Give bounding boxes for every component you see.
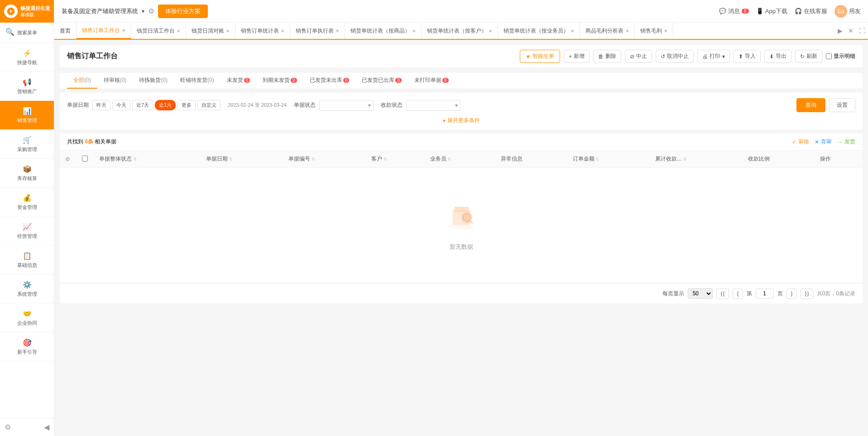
- tab-close-summary-staff[interactable]: ✕: [571, 28, 574, 33]
- column-customer[interactable]: 客户: [366, 151, 425, 168]
- download-icon: 📱: [756, 8, 763, 14]
- show-detail-checkbox-label[interactable]: 显示明细: [826, 52, 855, 60]
- tab-sales-more[interactable]: 销售毛利 ✕: [635, 23, 673, 39]
- first-page-button[interactable]: ⟨⟨: [716, 289, 729, 299]
- sidebar-item-enterprise[interactable]: 🤝 企业协同: [0, 303, 54, 332]
- sidebar-item-marketing[interactable]: 📢 营销推广: [0, 72, 54, 101]
- tab-close-cash-reconcile[interactable]: ✕: [226, 28, 230, 33]
- column-collected[interactable]: 累计收款...: [650, 151, 743, 168]
- tab-close-summary-product[interactable]: ✕: [412, 28, 416, 33]
- sidebar-item-guide[interactable]: 🎯 新手引导: [0, 332, 54, 361]
- tab-close-gross-margin[interactable]: ✕: [625, 28, 629, 33]
- select-all-checkbox[interactable]: [82, 156, 88, 161]
- refresh-button[interactable]: ↻ 刷新: [795, 50, 822, 63]
- tab-sales-summary-customer[interactable]: 销货单统计表（按客户） ✕: [422, 23, 498, 39]
- settings-button-filter[interactable]: 设置: [829, 98, 855, 112]
- status-select[interactable]: [319, 100, 374, 111]
- filter-tab-not-shipped[interactable]: 未发货0: [221, 73, 257, 89]
- stop-button[interactable]: ⊘ 中止: [625, 50, 652, 63]
- sidebar-item-quick-nav[interactable]: ⚡ 快捷导航: [0, 43, 54, 72]
- column-gear[interactable]: ⚙: [60, 151, 76, 168]
- query-button[interactable]: 查询: [796, 98, 825, 112]
- sidebar-item-purchase[interactable]: 🛒 采购管理: [0, 130, 54, 159]
- tab-close-sales-more[interactable]: ✕: [664, 28, 667, 33]
- time-btn-custom[interactable]: 自定义: [197, 100, 221, 110]
- print-button[interactable]: 🖨 打印 ▾: [697, 50, 730, 63]
- sidebar-item-base-info[interactable]: 📋 基础信息: [0, 246, 54, 275]
- sidebar-item-label: 销售管理: [17, 117, 37, 124]
- table-scroll[interactable]: ⚙ 单据整体状态 单据日期 单据编号 客户 业务员 异常信息 订单金额 累计收款…: [60, 151, 863, 283]
- delete-button[interactable]: 🗑 删除: [593, 50, 621, 63]
- tab-home[interactable]: 首页: [54, 23, 77, 39]
- tab-close-cash-daily[interactable]: ✕: [177, 28, 180, 33]
- expand-conditions-button[interactable]: ▾ 展开更多条件: [443, 117, 480, 124]
- import-button[interactable]: ⬆ 导入: [734, 50, 761, 63]
- empty-text: 暂无数据: [450, 243, 473, 251]
- tab-close-sales-stats[interactable]: ✕: [281, 28, 284, 33]
- column-number[interactable]: 单据编号: [283, 151, 366, 168]
- settings-button[interactable]: ⚙: [5, 423, 11, 431]
- batch-approve-button[interactable]: ✓ 审核: [792, 138, 809, 146]
- sidebar-item-search[interactable]: 🔍 搜索菜单: [0, 23, 54, 43]
- user-menu[interactable]: Ea 用友: [834, 5, 861, 18]
- solution-button[interactable]: 体验行业方案: [158, 5, 208, 18]
- filter-tab-shipped-warehoused[interactable]: 已发货已出库0: [355, 73, 408, 89]
- filter-tab-pending-review[interactable]: 待审核(0): [97, 73, 133, 89]
- filter-tab-all[interactable]: 全部(0): [67, 73, 97, 89]
- column-date[interactable]: 单据日期: [201, 151, 283, 168]
- filter-tab-not-printed[interactable]: 未打印单据0: [408, 73, 455, 89]
- collapse-button[interactable]: ◀: [44, 423, 49, 431]
- tab-sales-workbench[interactable]: 销售订单工作台 ✕: [77, 23, 131, 39]
- export-button[interactable]: ⬇ 导出: [764, 50, 791, 63]
- filter-tab-shipped-not-warehoused[interactable]: 已发货未出库0: [303, 73, 356, 89]
- time-btn-1month[interactable]: 近1月: [155, 100, 176, 110]
- sidebar-item-finance[interactable]: 💰 资金管理: [0, 188, 54, 217]
- message-button[interactable]: 💬 消息 6: [719, 7, 749, 15]
- prev-page-button[interactable]: ⟨: [733, 289, 743, 299]
- sidebar-item-system[interactable]: ⚙️ 系统管理: [0, 275, 54, 303]
- filter-tab-expired-not-shipped[interactable]: 到期未发货0: [256, 73, 303, 89]
- sidebar-item-sales[interactable]: 📊 销售管理: [0, 101, 54, 130]
- tab-maximize[interactable]: ⛶: [856, 25, 868, 36]
- batch-ship-button[interactable]: → 发货: [837, 138, 855, 146]
- sales-workbench-tab-label: 销售订单工作台: [82, 27, 120, 34]
- smart-create-button[interactable]: ★ 智能生单: [520, 50, 560, 63]
- time-btn-more[interactable]: 更多: [177, 100, 196, 110]
- filter-tab-wangpu[interactable]: 旺铺待发货(0): [174, 73, 221, 89]
- column-salesperson[interactable]: 业务员: [425, 151, 495, 168]
- show-detail-checkbox[interactable]: [826, 53, 832, 59]
- time-btn-today[interactable]: 今天: [112, 100, 130, 110]
- app-download-button[interactable]: 📱 App下载: [756, 7, 787, 15]
- tab-sales-exec[interactable]: 销售订单执行表 ✕: [290, 23, 345, 39]
- sidebar-item-operations[interactable]: 📈 经营管理: [0, 217, 54, 246]
- filter-tab-pending-inspect[interactable]: 待拣验货(0): [133, 73, 174, 89]
- new-button[interactable]: + 新增: [564, 50, 590, 63]
- tab-close-sales-workbench[interactable]: ✕: [122, 28, 125, 33]
- tab-close-sales-exec[interactable]: ✕: [336, 28, 339, 33]
- payment-select[interactable]: [406, 100, 460, 111]
- time-btn-7days[interactable]: 近7天: [132, 100, 153, 110]
- tab-sales-summary-staff[interactable]: 销货单统计表（按业务员） ✕: [498, 23, 580, 39]
- sidebar-item-inventory[interactable]: 📦 库存核算: [0, 159, 54, 188]
- tab-cash-daily[interactable]: 钱货日清工作台 ✕: [131, 23, 186, 39]
- last-page-button[interactable]: ⟩⟩: [801, 289, 813, 299]
- online-service-button[interactable]: 🎧 在线客服: [795, 7, 827, 15]
- time-btn-yesterday[interactable]: 昨天: [92, 100, 110, 110]
- per-page-select[interactable]: 10 20 50 100: [688, 288, 713, 299]
- column-status[interactable]: 单据整体状态: [94, 151, 201, 168]
- system-dropdown[interactable]: ▾: [142, 8, 144, 14]
- tab-close-all[interactable]: ✕: [845, 25, 856, 36]
- tab-gross-margin[interactable]: 商品毛利分析表 ✕: [580, 23, 635, 39]
- tab-close-summary-customer[interactable]: ✕: [489, 28, 492, 33]
- cancel-stop-button[interactable]: ↺ 取消中止: [656, 50, 694, 63]
- page-input[interactable]: [756, 289, 774, 299]
- delete-icon: 🗑: [598, 53, 604, 60]
- column-amount[interactable]: 订单金额: [567, 151, 650, 168]
- settings-icon[interactable]: ⚙: [148, 7, 154, 15]
- tab-cash-reconcile[interactable]: 钱货日清对账 ✕: [186, 23, 235, 39]
- tab-sales-stats[interactable]: 销售订单统计表 ✕: [235, 23, 290, 39]
- tab-sales-summary-product[interactable]: 销货单统计表（按商品） ✕: [345, 23, 422, 39]
- next-page-button[interactable]: ⟩: [786, 289, 797, 299]
- tab-scroll-right[interactable]: ▶: [835, 25, 845, 36]
- batch-cancel-button[interactable]: ✕ 弃审: [815, 138, 832, 146]
